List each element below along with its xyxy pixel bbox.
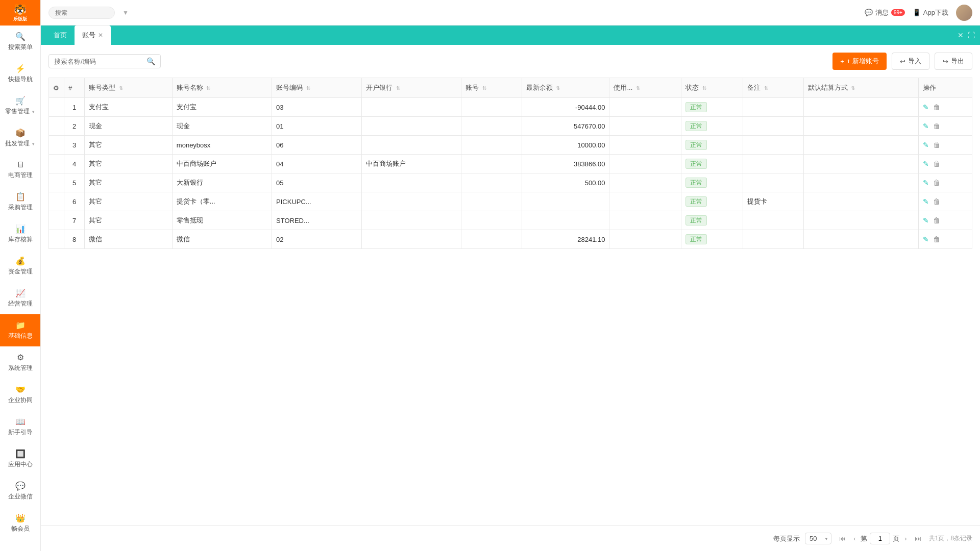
- row-account-type: 微信: [85, 230, 173, 249]
- close-tab-icon[interactable]: ✕: [958, 31, 964, 39]
- sidebar-item-inventory[interactable]: 📊 库存核算: [0, 218, 40, 250]
- sidebar-item-new-guide[interactable]: 📖 新手引导: [0, 411, 40, 443]
- row-settings: [49, 155, 64, 173]
- status-badge: 正常: [685, 140, 707, 150]
- edit-button[interactable]: ✎: [923, 103, 929, 111]
- dropdown-arrow-icon[interactable]: ▼: [122, 9, 129, 16]
- th-usage[interactable]: 使用... ⇅: [609, 78, 681, 98]
- row-remark: 提货卡: [743, 192, 803, 211]
- th-account-name[interactable]: 账号名称 ⇅: [172, 78, 272, 98]
- sidebar-item-purchase-mgmt[interactable]: 📋 采购管理: [0, 186, 40, 218]
- next-page-button[interactable]: ›: [902, 534, 909, 543]
- edit-button[interactable]: ✎: [923, 235, 929, 243]
- export-button[interactable]: ↪ 导出: [935, 53, 972, 70]
- table-row: 5 其它 大新银行 05 500.00 正常 ✎ 🗑: [49, 173, 972, 192]
- page-number-input[interactable]: [870, 533, 890, 544]
- delete-button[interactable]: 🗑: [933, 179, 940, 187]
- search-input[interactable]: [54, 58, 146, 65]
- message-badge: 99+: [891, 9, 905, 16]
- edit-button[interactable]: ✎: [923, 197, 929, 206]
- sidebar-item-quick-nav[interactable]: ⚡ 快捷导航: [0, 58, 40, 90]
- th-account-no[interactable]: 账号 ⇅: [461, 78, 522, 98]
- membership-icon: 👑: [3, 513, 38, 523]
- row-account-type: 现金: [85, 117, 173, 136]
- sidebar-item-enterprise-agreement[interactable]: 🤝 企业协同: [0, 379, 40, 411]
- sidebar-item-basic-info[interactable]: 📁 基础信息: [0, 314, 40, 346]
- delete-button[interactable]: 🗑: [933, 216, 940, 224]
- sidebar-item-ecommerce-mgmt[interactable]: 🖥 电商管理: [0, 154, 40, 186]
- th-bank-label: 开户银行: [366, 84, 393, 91]
- edit-button[interactable]: ✎: [923, 141, 929, 149]
- row-status: 正常: [681, 192, 743, 211]
- row-settings: [49, 98, 64, 117]
- chevron-down-icon: ▼: [31, 142, 35, 146]
- sort-icon: ⇅: [206, 85, 210, 91]
- status-badge: 正常: [685, 196, 707, 207]
- delete-button[interactable]: 🗑: [933, 141, 940, 149]
- row-num: 4: [64, 155, 85, 173]
- th-usage-label: 使用...: [614, 84, 632, 91]
- app-download-button[interactable]: 📱 App下载: [913, 8, 948, 17]
- delete-button[interactable]: 🗑: [933, 197, 940, 206]
- page-size-select[interactable]: 50 20 100: [805, 533, 831, 544]
- row-account-no: [461, 192, 522, 211]
- row-usage: [609, 230, 681, 249]
- prev-page-button[interactable]: ‹: [851, 534, 858, 543]
- sidebar-item-enterprise-wechat[interactable]: 💬 企业微信: [0, 475, 40, 507]
- th-account-type[interactable]: 账号类型 ⇅: [85, 78, 173, 98]
- tab-home[interactable]: 首页: [46, 26, 75, 45]
- search-icon[interactable]: 🔍: [146, 57, 155, 65]
- delete-button[interactable]: 🗑: [933, 160, 940, 168]
- row-balance: 10000.00: [522, 136, 609, 155]
- sidebar-item-label: 基础信息: [8, 332, 33, 339]
- th-default-payment[interactable]: 默认结算方式 ⇅: [803, 78, 918, 98]
- search-menu-icon: 🔍: [3, 32, 38, 41]
- th-settings[interactable]: ⚙: [49, 78, 64, 98]
- app-download-label: App下载: [923, 8, 948, 17]
- delete-button[interactable]: 🗑: [933, 103, 940, 111]
- th-balance[interactable]: 最新余额 ⇅: [522, 78, 609, 98]
- sidebar-item-capital-mgmt[interactable]: 💰 资金管理: [0, 250, 40, 282]
- th-bank[interactable]: 开户银行 ⇅: [362, 78, 461, 98]
- column-settings-icon[interactable]: ⚙: [53, 84, 59, 92]
- row-account-name: moneybosx: [172, 136, 272, 155]
- header-search-input[interactable]: [48, 7, 115, 19]
- sidebar-item-search-menu[interactable]: 🔍 搜索菜单: [0, 26, 40, 58]
- row-num: 2: [64, 117, 85, 136]
- edit-button[interactable]: ✎: [923, 216, 929, 224]
- edit-button[interactable]: ✎: [923, 122, 929, 130]
- import-label: 导入: [908, 57, 921, 66]
- message-button[interactable]: 💬 消息 99+: [865, 8, 905, 17]
- import-button[interactable]: ↩ 导入: [892, 53, 929, 70]
- th-remark[interactable]: 备注 ⇅: [743, 78, 803, 98]
- row-balance: [522, 211, 609, 230]
- row-settings: [49, 173, 64, 192]
- top-header: ▼ 💬 消息 99+ 📱 App下载: [41, 0, 980, 26]
- sidebar-item-app-center[interactable]: 🔲 应用中心: [0, 443, 40, 475]
- avatar[interactable]: [956, 5, 972, 21]
- business-icon: 📈: [3, 288, 38, 298]
- sidebar-item-business-mgmt[interactable]: 📈 经营管理: [0, 282, 40, 314]
- sidebar-item-wholesale-mgmt[interactable]: 📦 批发管理 ▼: [0, 122, 40, 154]
- sidebar-item-system-mgmt[interactable]: ⚙ 系统管理: [0, 346, 40, 379]
- th-account-code[interactable]: 账号编码 ⇅: [272, 78, 362, 98]
- delete-button[interactable]: 🗑: [933, 122, 940, 130]
- page-label: 第: [861, 534, 867, 543]
- tab-account[interactable]: 账号 ✕: [75, 26, 111, 45]
- row-account-name: 现金: [172, 117, 272, 136]
- new-account-button[interactable]: + + 新增账号: [832, 53, 887, 70]
- expand-icon[interactable]: ⛶: [968, 31, 975, 39]
- sidebar-item-retail-mgmt[interactable]: 🛒 零售管理 ▼: [0, 90, 40, 122]
- search-box[interactable]: 🔍: [48, 54, 161, 68]
- last-page-button[interactable]: ⏭: [912, 534, 924, 543]
- sort-icon: ⇅: [556, 85, 560, 91]
- tab-close-icon[interactable]: ✕: [98, 32, 103, 39]
- row-bank: [362, 230, 461, 249]
- edit-button[interactable]: ✎: [923, 179, 929, 187]
- edit-button[interactable]: ✎: [923, 160, 929, 168]
- first-page-button[interactable]: ⏮: [837, 534, 848, 543]
- table-row: 4 其它 中百商场账户 04 中百商场账户 383866.00 正常 ✎ 🗑: [49, 155, 972, 173]
- th-status[interactable]: 状态 ⇅: [681, 78, 743, 98]
- sidebar-item-membership[interactable]: 👑 畅会员: [0, 507, 40, 539]
- delete-button[interactable]: 🗑: [933, 235, 940, 243]
